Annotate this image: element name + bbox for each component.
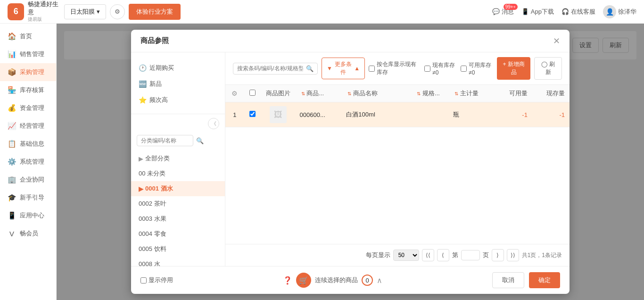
refresh-button[interactable]: ◯ 刷新 bbox=[534, 57, 562, 80]
show-disabled-input[interactable] bbox=[140, 277, 147, 283]
checkbox-existing-stock-input[interactable] bbox=[424, 66, 430, 72]
nav-settings-icon[interactable]: ⚙ bbox=[110, 4, 125, 19]
chevron-down-icon: ▾ bbox=[97, 8, 100, 15]
main-layout: 🏠 首页 📊 销售管理 📦 采购管理 🏪 库存核算 💰 资金管理 📈 经营管理 … bbox=[0, 24, 644, 300]
nav-messages[interactable]: 💬 消息 99++ bbox=[492, 8, 514, 16]
category-spirits[interactable]: ▶ 0001 酒水 bbox=[131, 181, 225, 196]
page-size-select[interactable]: 20 50 100 bbox=[393, 250, 419, 261]
sidebar: 🏠 首页 📊 销售管理 📦 采购管理 🏪 库存核算 💰 资金管理 📈 经营管理 … bbox=[0, 24, 57, 300]
sidebar-item-purchase[interactable]: 📦 采购管理 bbox=[0, 63, 56, 81]
category-all[interactable]: ▶ 全部分类 bbox=[131, 151, 225, 166]
sidebar-item-sales[interactable]: 📊 销售管理 bbox=[0, 45, 56, 63]
product-search-box: 🔍 bbox=[233, 63, 318, 75]
product-table: ⚙ 商品图片 bbox=[225, 85, 570, 127]
purchase-icon: 📦 bbox=[8, 68, 16, 76]
home-icon: 🏠 bbox=[8, 32, 16, 41]
checkbox-show-stock[interactable]: 按仓库显示现有库存 bbox=[369, 60, 421, 76]
next-page-button[interactable]: ⟩ bbox=[492, 249, 504, 261]
category-search-icon[interactable]: 🔍 bbox=[196, 137, 204, 144]
trial-button[interactable]: 体验行业方案 bbox=[129, 4, 181, 20]
last-page-button[interactable]: ⟩⟩ bbox=[507, 249, 519, 261]
checkbox-available-stock-input[interactable] bbox=[461, 66, 467, 72]
footer-right: 取消 确定 bbox=[492, 272, 560, 288]
checkbox-existing-stock[interactable]: 现有库存≠0 bbox=[424, 61, 457, 76]
guide-icon: 🎓 bbox=[8, 193, 16, 202]
dialog-nav-new[interactable]: 🆕 新品 bbox=[131, 76, 225, 92]
arrow-active-icon: ▶ bbox=[139, 185, 143, 192]
product-search-icon[interactable]: 🔍 bbox=[306, 65, 314, 72]
category-snacks[interactable]: 0004 零食 bbox=[131, 226, 225, 242]
category-list: ▶ 全部分类 00 未分类 ▶ 0001 酒水 0002 茶 bbox=[131, 149, 225, 266]
sidebar-item-home[interactable]: 🏠 首页 bbox=[0, 27, 56, 45]
checkbox-available-stock[interactable]: 可用库存≠0 bbox=[461, 61, 493, 76]
new-product-icon: 🆕 bbox=[139, 80, 147, 88]
left-divider bbox=[131, 114, 225, 114]
main-content: 查询 设置 刷新 商品参照 ✕ bbox=[57, 24, 644, 300]
dialog-quick-nav: 🕐 近期购买 🆕 新品 ⭐ 频次高 bbox=[131, 58, 225, 110]
prev-page-button[interactable]: ⟨ bbox=[437, 249, 449, 261]
first-page-button[interactable]: ⟨⟨ bbox=[422, 249, 434, 261]
row-checkbox[interactable] bbox=[249, 111, 256, 117]
sales-icon: 📊 bbox=[8, 50, 16, 58]
category-water[interactable]: 0008 水 bbox=[131, 257, 225, 266]
nav-dropdown[interactable]: 日太阳膜 ▾ bbox=[64, 4, 106, 19]
category-search-input[interactable] bbox=[137, 135, 193, 146]
dialog-nav-recent[interactable]: 🕐 近期购买 bbox=[131, 60, 225, 76]
show-disabled-checkbox[interactable]: 显示停用 bbox=[140, 276, 173, 284]
page-number-input[interactable]: 1 bbox=[461, 250, 480, 260]
filter-chevron-icon: ▲ bbox=[354, 65, 360, 72]
sidebar-item-apps[interactable]: 📱 应用中心 bbox=[0, 207, 56, 225]
table-row[interactable]: 1 🖼 00 bbox=[225, 102, 570, 127]
row-name: 白酒100ml bbox=[341, 102, 411, 127]
total-pages-info: 共1页，1条记录 bbox=[522, 251, 562, 259]
category-unclassified[interactable]: 00 未分类 bbox=[131, 166, 225, 181]
category-beverages[interactable]: 0005 饮料 bbox=[131, 242, 225, 257]
col-spec-header: ⇅ 规格... bbox=[411, 85, 448, 102]
nav-customer-service[interactable]: 🎧 在线客服 bbox=[561, 8, 595, 16]
modal-overlay: 商品参照 ✕ 🕐 近期购买 🆕 bbox=[57, 24, 644, 300]
logo-area: 6 畅捷通好生意 捷易版 bbox=[8, 0, 64, 23]
sidebar-item-finance[interactable]: 💰 资金管理 bbox=[0, 99, 56, 117]
collapse-panel-button[interactable]: 《 bbox=[208, 118, 219, 129]
add-product-button[interactable]: + 新增商品 bbox=[497, 57, 530, 80]
sidebar-item-inventory[interactable]: 🏪 库存核算 bbox=[0, 81, 56, 99]
select-all-checkbox[interactable] bbox=[249, 90, 256, 96]
col-img-header: 商品图片 bbox=[261, 85, 295, 102]
nav-user[interactable]: 👤 徐泽华 bbox=[603, 5, 636, 18]
confirm-button[interactable]: 确定 bbox=[529, 272, 560, 288]
row-img: 🖼 bbox=[261, 102, 295, 127]
sidebar-item-basic[interactable]: 📋 基础信息 bbox=[0, 135, 56, 153]
dialog-nav-frequent[interactable]: ⭐ 频次高 bbox=[131, 92, 225, 108]
sidebar-item-member[interactable]: V 畅会员 bbox=[0, 225, 56, 242]
product-search-input[interactable] bbox=[237, 65, 303, 72]
row-code: 000600... bbox=[295, 102, 342, 127]
dialog-footer: 显示停用 ❓ 🛒 连续选择的商品 0 ∧ 取消 确定 bbox=[131, 266, 570, 294]
question-icon[interactable]: ❓ bbox=[283, 276, 292, 285]
col-settings: ⚙ bbox=[225, 85, 244, 102]
sidebar-item-business[interactable]: 📈 经营管理 bbox=[0, 117, 56, 135]
dialog-title: 商品参照 bbox=[140, 36, 169, 45]
cart-icon[interactable]: 🛒 bbox=[296, 273, 311, 288]
basic-icon: 📋 bbox=[8, 140, 16, 148]
continuous-select-label: 连续选择的商品 bbox=[315, 276, 358, 284]
row-avail: -1 bbox=[486, 102, 532, 127]
category-tea[interactable]: 0002 茶叶 bbox=[131, 196, 225, 211]
sidebar-item-system[interactable]: ⚙️ 系统管理 bbox=[0, 153, 56, 171]
filter-button[interactable]: ▼ 更多条件 ▲ bbox=[322, 58, 365, 79]
arrow-icon: ▶ bbox=[139, 155, 143, 162]
nav-app-download[interactable]: 📱 App下载 bbox=[521, 8, 554, 16]
cancel-button[interactable]: 取消 bbox=[492, 272, 524, 288]
message-icon: 💬 bbox=[492, 8, 500, 15]
system-icon: ⚙️ bbox=[8, 158, 16, 166]
checkbox-show-stock-input[interactable] bbox=[369, 66, 375, 72]
nav-right: 💬 消息 99++ 📱 App下载 🎧 在线客服 👤 徐泽华 bbox=[492, 5, 636, 18]
dialog-close-button[interactable]: ✕ bbox=[553, 37, 560, 45]
footer-collapse-button[interactable]: ∧ bbox=[377, 276, 382, 285]
sort-icon-unit: ⇅ bbox=[454, 91, 458, 96]
sidebar-item-guide[interactable]: 🎓 新手引导 bbox=[0, 189, 56, 207]
table-settings-icon[interactable]: ⚙ bbox=[231, 90, 238, 97]
category-fruits[interactable]: 0003 水果 bbox=[131, 211, 225, 226]
sidebar-item-enterprise[interactable]: 🏢 企业协同 bbox=[0, 171, 56, 189]
dialog-right-panel: 🔍 ▼ 更多条件 ▲ 按仓库显示现有库存 bbox=[225, 52, 570, 266]
logo-title: 畅捷通好生意 bbox=[28, 0, 64, 17]
